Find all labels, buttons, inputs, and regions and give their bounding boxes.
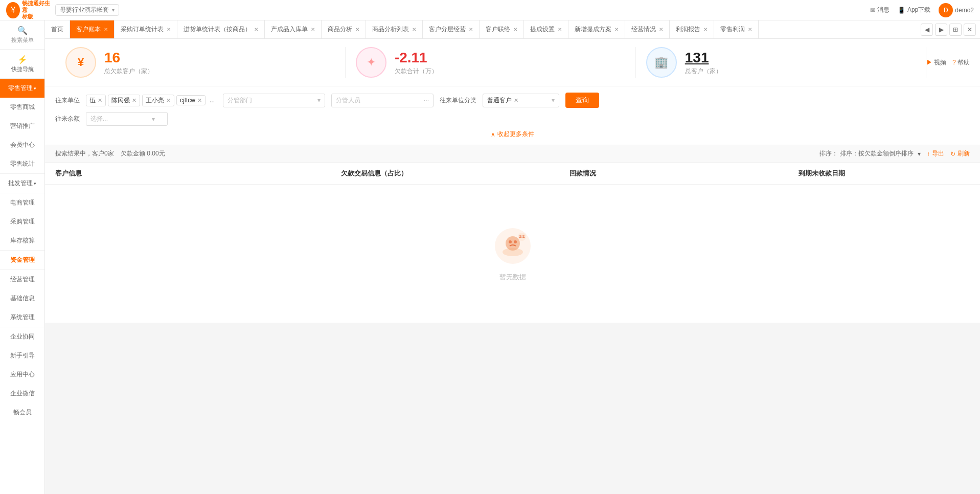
remove-tag-icon[interactable]: ✕ xyxy=(98,97,102,104)
app-download-button[interactable]: 📱 App下载 xyxy=(898,6,930,14)
sidebar-item-operations[interactable]: 经营管理 xyxy=(0,270,44,289)
empty-text: 暂无数据 xyxy=(499,273,526,282)
sidebar-item-newbie[interactable]: 新手引导 xyxy=(0,346,44,365)
tab-product-analysis-list[interactable]: 商品分析列表 ✕ xyxy=(366,20,423,39)
tab-profit-report[interactable]: 利润报告 ✕ xyxy=(670,20,714,39)
tab-product-analysis[interactable]: 商品分析 ✕ xyxy=(322,20,366,39)
logo-icon: ¥ xyxy=(6,2,20,18)
tab-close-icon[interactable]: ✕ xyxy=(659,27,663,32)
tab-close-icon[interactable]: ✕ xyxy=(748,27,752,32)
collapse-button[interactable]: ∧ 收起更多条件 xyxy=(491,130,534,139)
filter-tag-wu[interactable]: 伍 ✕ xyxy=(86,95,106,106)
tab-commission-settings[interactable]: 提成设置 ✕ xyxy=(524,20,568,39)
classify-filter[interactable]: 普通客户 ✕ ▾ xyxy=(483,94,559,107)
stat-value-customers: 16 xyxy=(104,50,153,66)
tab-close-icon[interactable]: ✕ xyxy=(311,27,315,32)
remove-classify-icon[interactable]: ✕ xyxy=(514,97,518,104)
tab-close-all-button[interactable]: ✕ xyxy=(964,24,976,36)
query-button[interactable]: 查询 xyxy=(565,93,599,108)
tab-close-icon[interactable]: ✕ xyxy=(167,27,171,32)
col-header-date: 到期未收款日期 xyxy=(799,169,970,178)
chevron-up-icon: ∧ xyxy=(491,131,495,138)
col-header-customer: 客户信息 xyxy=(55,169,341,178)
tab-purchase-order-stats[interactable]: 采购订单统计表 ✕ xyxy=(115,20,177,39)
col-header-repay: 回款情况 xyxy=(569,169,798,178)
stat-debt-total: ✦ -2.11 欠款合计（万） xyxy=(346,47,636,78)
user-menu[interactable]: D demo2 xyxy=(939,3,974,17)
tab-close-icon[interactable]: ✕ xyxy=(104,27,108,32)
sidebar-item-member[interactable]: 畅会员 xyxy=(0,403,44,422)
filter-tag-wang[interactable]: 王小亮 ✕ xyxy=(142,95,174,106)
tab-business-status[interactable]: 经营情况 ✕ xyxy=(625,20,670,39)
sidebar-quick-nav[interactable]: ⚡ 快捷导航 xyxy=(0,50,44,79)
tab-close-icon[interactable]: ✕ xyxy=(412,27,416,32)
sidebar-item-retail-management[interactable]: 零售管理 ▾ xyxy=(0,79,44,98)
tab-next-button[interactable]: ▶ xyxy=(935,24,947,36)
remove-tag-icon[interactable]: ✕ xyxy=(197,97,202,104)
store-selector[interactable]: 母婴行业演示帐套 ▾ xyxy=(55,4,119,16)
tab-new-commission[interactable]: 新增提成方案 ✕ xyxy=(568,20,625,39)
sidebar-item-wholesale-management[interactable]: 批发管理 ▾ xyxy=(0,174,44,193)
classify-tag[interactable]: 普通客户 ✕ xyxy=(487,96,518,105)
filter-more-tags[interactable]: ... xyxy=(208,96,217,105)
sidebar-item-retail-stats[interactable]: 零售统计 xyxy=(0,154,44,174)
tab-close-icon[interactable]: ✕ xyxy=(703,27,708,32)
stat-customer-count: ¥ 16 总欠款客户（家） xyxy=(55,47,346,78)
download-icon: 📱 xyxy=(898,7,905,14)
sidebar-item-finance[interactable]: 资金管理 xyxy=(0,251,44,270)
tab-retail-profit[interactable]: 零售利润 ✕ xyxy=(714,20,759,39)
tab-customer-segment[interactable]: 客户分层经营 ✕ xyxy=(423,20,480,39)
tab-prev-button[interactable]: ◀ xyxy=(921,24,933,36)
remove-tag-icon[interactable]: ✕ xyxy=(166,97,171,104)
tab-finished-goods[interactable]: 产成品入库单 ✕ xyxy=(265,20,322,39)
top-right-actions: ✉ 消息 📱 App下载 D demo2 xyxy=(870,3,974,17)
export-button[interactable]: ↑ 导出 xyxy=(927,149,944,158)
sidebar-item-enterprise-collab[interactable]: 企业协同 xyxy=(0,327,44,346)
sidebar-item-basic-info[interactable]: 基础信息 xyxy=(0,289,44,308)
search-icon: 🔍 xyxy=(2,26,42,35)
message-button[interactable]: ✉ 消息 xyxy=(870,6,890,14)
data-table: 客户信息 欠款交易信息（占比） 回款情况 到期未收款日期 xyxy=(45,163,980,323)
video-link[interactable]: ▶ 视频 xyxy=(926,58,946,67)
sidebar-search[interactable]: 🔍 搜索菜单 xyxy=(0,20,44,50)
stat-icon-debt: ✦ xyxy=(356,47,386,78)
tab-more-button[interactable]: ⊞ xyxy=(949,24,962,36)
tab-close-icon[interactable]: ✕ xyxy=(614,27,619,32)
logo: ¥ 畅捷通好生意 标版 xyxy=(6,0,51,20)
tab-customer-ledger[interactable]: 客户账本 ✕ xyxy=(70,20,115,39)
sidebar-item-retail-mall[interactable]: 零售商城 xyxy=(0,98,44,117)
avatar: D xyxy=(939,3,953,17)
sort-selector[interactable]: 排序： 排序：按欠款金额倒序排序 ▾ xyxy=(819,149,921,158)
ellipsis-icon: ··· xyxy=(424,97,429,104)
tab-home[interactable]: 首页 xyxy=(45,20,70,39)
chevron-down-icon: ▾ xyxy=(317,97,321,104)
sidebar-item-purchase[interactable]: 采购管理 xyxy=(0,212,44,231)
sidebar-item-inventory[interactable]: 库存核算 xyxy=(0,231,44,251)
tab-customer-contact[interactable]: 客户联络 ✕ xyxy=(480,20,524,39)
sidebar-item-system[interactable]: 系统管理 xyxy=(0,308,44,327)
tab-close-icon[interactable]: ✕ xyxy=(513,27,517,32)
tab-purchase-stats-by-product[interactable]: 进货单统计表（按商品） ✕ xyxy=(177,20,265,39)
stat-value-debt: -2.11 xyxy=(395,50,438,66)
remove-tag-icon[interactable]: ✕ xyxy=(132,97,136,104)
tab-close-icon[interactable]: ✕ xyxy=(469,27,473,32)
tab-close-icon[interactable]: ✕ xyxy=(355,27,359,32)
refresh-button[interactable]: ↻ 刷新 xyxy=(950,149,970,158)
dept-filter[interactable]: 分管部门 ▾ xyxy=(223,94,325,107)
sidebar-item-marketing[interactable]: 营销推广 xyxy=(0,117,44,136)
tab-close-icon[interactable]: ✕ xyxy=(254,27,258,32)
filter-area: 往来单位 伍 ✕ 陈民强 ✕ 王小亮 ✕ xyxy=(45,86,980,145)
sidebar-item-wechat[interactable]: 企业微信 xyxy=(0,384,44,403)
filter-tag-cjttcw[interactable]: cjttcw ✕ xyxy=(176,95,206,105)
sidebar-item-app-center[interactable]: 应用中心 xyxy=(0,365,44,384)
person-filter[interactable]: 分管人员 ··· xyxy=(331,94,434,107)
sidebar-item-member-center[interactable]: 会员中心 xyxy=(0,136,44,154)
stats-bar: ¥ 16 总欠款客户（家） ✦ -2.11 欠款合计（万） 🏢 xyxy=(45,39,980,86)
filter-tag-chen[interactable]: 陈民强 ✕ xyxy=(108,95,140,106)
tab-close-icon[interactable]: ✕ xyxy=(558,27,562,32)
svg-point-4 xyxy=(514,240,517,243)
empty-state: 暂无数据 xyxy=(45,185,980,323)
help-link[interactable]: ? 帮助 xyxy=(952,58,970,67)
balance-filter[interactable]: 选择... ▾ xyxy=(86,112,168,126)
sidebar-item-ecommerce[interactable]: 电商管理 xyxy=(0,193,44,212)
